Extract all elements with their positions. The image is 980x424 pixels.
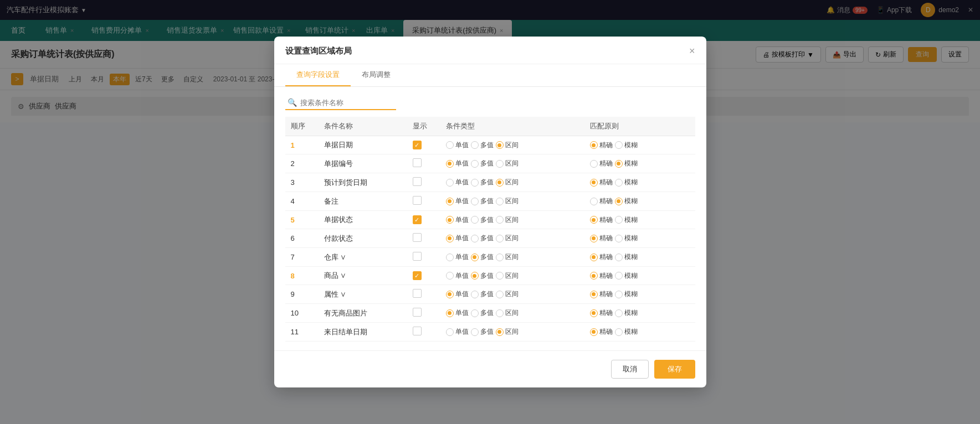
modal-tabs: 查询字段设置 布局调整 — [274, 64, 706, 87]
col-type: 条件类型 — [440, 117, 584, 122]
modal-close-button[interactable]: × — [689, 45, 695, 57]
search-icon: 🔍 — [288, 98, 297, 107]
col-display: 显示 — [407, 117, 440, 122]
modal-overlay: 设置查询区域布局 × 查询字段设置 布局调整 🔍 — [0, 0, 980, 122]
col-match: 匹配原则 — [584, 117, 695, 122]
modal-tab-query-fields[interactable]: 查询字段设置 — [285, 64, 351, 86]
col-order: 顺序 — [285, 117, 319, 122]
modal: 设置查询区域布局 × 查询字段设置 布局调整 🔍 — [274, 37, 706, 122]
conditions-table: 顺序 条件名称 显示 条件类型 匹配原则 1单据日期✓单值多值区间精确模糊2单据… — [285, 117, 695, 122]
modal-title: 设置查询区域布局 — [285, 46, 352, 56]
col-name: 条件名称 — [319, 117, 407, 122]
modal-body: 🔍 顺序 条件名称 显示 条件类型 匹配原则 — [274, 87, 706, 122]
modal-header: 设置查询区域布局 × — [274, 37, 706, 64]
modal-tab-layout[interactable]: 布局调整 — [351, 64, 402, 86]
search-box: 🔍 — [285, 96, 396, 110]
search-input[interactable] — [300, 99, 389, 107]
